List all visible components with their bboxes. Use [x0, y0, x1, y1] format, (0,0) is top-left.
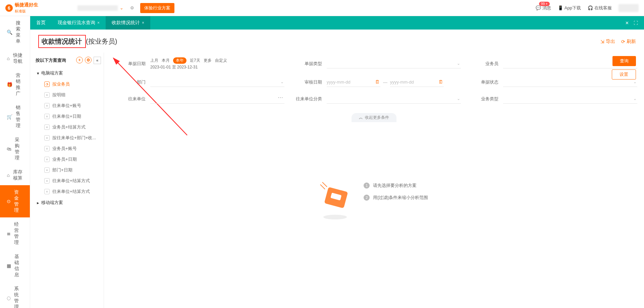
brand-edition: 标准版: [15, 9, 38, 14]
chevron-down-icon: ⌄: [457, 61, 460, 66]
tab-expand-icon[interactable]: ⛶: [634, 20, 638, 25]
page-title-highlight: 收款情况统计: [38, 35, 86, 48]
sidebar-item[interactable]: ▦基础信息: [0, 250, 30, 282]
page-title: 收款情况统计: [42, 38, 82, 45]
filter-settings-button[interactable]: 设置: [612, 69, 636, 80]
sidebar-item-label: 资金管理: [14, 189, 23, 213]
sidebar-item-icon: ⌂: [7, 172, 10, 178]
sidebar-item-label: 基础信息: [14, 254, 23, 278]
date-preset[interactable]: 自定义: [215, 58, 227, 63]
sidebar-item[interactable]: 🛒销售管理: [0, 101, 30, 133]
scheme-item[interactable]: ≡往来单位+日期: [36, 111, 101, 122]
scheme-item[interactable]: ≡往来单位+结算方式: [36, 175, 101, 186]
sidebar-item[interactable]: 🔍搜索菜单: [0, 16, 30, 48]
calendar-icon: 🗓: [438, 79, 443, 85]
sidebar-item-icon: ◌: [7, 295, 11, 301]
sidebar-item[interactable]: ⌂快捷导航: [0, 48, 30, 68]
scheme-item-icon: ≡: [44, 189, 50, 194]
scheme-item[interactable]: ≡按往来单位+部门+收...: [36, 133, 101, 143]
tab-close-icon[interactable]: ✕: [625, 20, 629, 25]
scheme-item[interactable]: ◔按业务员: [36, 79, 101, 90]
label-dept: 部门: [111, 79, 148, 85]
support-link[interactable]: 🎧 在线客服: [588, 5, 612, 11]
tab-close-icon[interactable]: ×: [97, 20, 100, 25]
scheme-group[interactable]: ▾电脑端方案: [36, 67, 101, 79]
scheme-item-label: 往来单位+结算方式: [52, 178, 90, 184]
empty-step-2: 2 用[过滤]条件来缩小分析范围: [364, 195, 428, 201]
scheme-item-label: 往来单位+结算方式: [52, 189, 90, 195]
dept-select[interactable]: ⌄: [150, 78, 284, 87]
tab-close-icon[interactable]: ×: [142, 20, 144, 25]
scheme-item-label: 业务员+日期: [52, 156, 77, 162]
collapse-filters-button[interactable]: ︽ 收起更多条件: [352, 113, 396, 122]
query-button[interactable]: 查询: [612, 56, 636, 66]
partner-select[interactable]: ⋯: [150, 94, 284, 104]
tabs-bar: 首页现金银行流水查询×收款情况统计× ✕ ⛶: [30, 16, 644, 30]
refresh-button[interactable]: ⟳ 刷新: [621, 39, 636, 45]
audit-date-to[interactable]: yyyy-mm-dd🗓: [390, 78, 444, 87]
sidebar-item[interactable]: 🛍采购管理: [0, 133, 30, 165]
sidebar-item[interactable]: ◌系统管理: [0, 282, 30, 308]
bill-date-field[interactable]: 上月本月本年近7天更多自定义 2023-01-01 至 2023-12-31: [150, 57, 284, 70]
topbar-right: 💬 消息 99 + 📱 App下载 🎧 在线客服: [536, 4, 639, 12]
date-preset[interactable]: 近7天: [190, 58, 200, 63]
sidebar-item-label: 经营管理: [14, 221, 23, 246]
sidebar-item[interactable]: 🎁营销推广: [0, 68, 30, 101]
scheme-item[interactable]: ≡业务员+账号: [36, 143, 101, 154]
sidebar-item-label: 营销推广: [16, 72, 23, 97]
sidebar-item[interactable]: ≣经营管理: [0, 217, 30, 250]
sidebar-item-icon: ≣: [7, 230, 11, 237]
sidebar-item-icon: 🛒: [7, 114, 12, 120]
scheme-item[interactable]: ≡业务员+日期: [36, 154, 101, 165]
scheme-item-label: 部门+日期: [52, 167, 72, 173]
date-preset[interactable]: 本年: [173, 57, 186, 64]
scheme-item-icon: ≡: [44, 146, 50, 151]
top-settings-icon[interactable]: ⚙: [130, 5, 134, 10]
brand-name: 畅捷通好生: [15, 2, 38, 8]
partner-cat-select[interactable]: ⌄: [327, 94, 461, 104]
scheme-item-icon: ≡: [44, 103, 50, 108]
scheme-item[interactable]: ≡往来单位+账号: [36, 100, 101, 111]
user-avatar[interactable]: [619, 4, 639, 12]
sidebar: 🔍搜索菜单⌂快捷导航🎁营销推广🛒销售管理🛍采购管理⌂库存核算⊙资金管理≣经营管理…: [0, 16, 30, 308]
label-biz-type: 业务类型: [464, 96, 500, 102]
content: 首页现金银行流水查询×收款情况统计× ✕ ⛶ 收款情况统计 (按业务员) ⇲ 导…: [30, 16, 644, 308]
scheme-group[interactable]: ▸移动端方案: [36, 197, 101, 208]
scheme-item[interactable]: ≡按明细: [36, 90, 101, 100]
messages-badge: 99 +: [539, 2, 550, 6]
app-download-link[interactable]: 📱 App下载: [558, 5, 581, 11]
messages-link[interactable]: 💬 消息 99 +: [536, 5, 551, 11]
export-icon: ⇲: [600, 39, 604, 44]
add-scheme-button[interactable]: +: [76, 57, 83, 63]
scheme-panel: 按以下方案查询 + ⚙ « ▾电脑端方案◔按业务员≡按明细≡往来单位+账号≡往来…: [30, 53, 104, 308]
tab[interactable]: 首页: [30, 16, 52, 30]
sidebar-item[interactable]: ⌂库存核算: [0, 165, 30, 185]
date-preset[interactable]: 本月: [162, 58, 170, 63]
scheme-item[interactable]: ≡往来单位+结算方式: [36, 186, 101, 197]
audit-date-from[interactable]: yyyy-mm-dd🗓: [327, 78, 380, 87]
scheme-item[interactable]: ≡业务员+结算方式: [36, 122, 101, 133]
caret-icon: ▸: [37, 200, 39, 205]
empty-step-1: 1 请先选择要分析的方案: [364, 183, 428, 189]
export-button[interactable]: ⇲ 导出: [600, 39, 615, 45]
more-icon: ⋯: [278, 94, 284, 101]
scheme-item-icon: ≡: [44, 178, 50, 184]
sidebar-item-label: 销售管理: [16, 105, 23, 129]
sidebar-item-label: 快捷导航: [13, 52, 23, 64]
message-icon: 💬: [536, 5, 541, 10]
tab[interactable]: 现金银行流水查询×: [52, 16, 106, 30]
bill-type-select[interactable]: ⌄: [327, 59, 461, 68]
robot-illustration: [320, 183, 354, 219]
collapse-panel-button[interactable]: «: [94, 57, 101, 64]
scheme-settings-button[interactable]: ⚙: [85, 57, 92, 63]
industry-plan-button[interactable]: 体验行业方案: [140, 3, 174, 13]
tab[interactable]: 收款情况统计×: [106, 16, 150, 30]
scheme-item[interactable]: ≡部门+日期: [36, 165, 101, 175]
page-header: 收款情况统计 (按业务员) ⇲ 导出 ⟳ 刷新: [30, 30, 644, 53]
biz-type-select[interactable]: ⌄: [503, 94, 637, 104]
date-preset[interactable]: 更多: [204, 58, 212, 63]
date-preset[interactable]: 上月: [150, 58, 158, 63]
page-title-suffix: (按业务员): [86, 37, 117, 46]
sidebar-item[interactable]: ⊙资金管理: [0, 185, 30, 217]
org-selector[interactable]: ⌄: [77, 5, 123, 11]
